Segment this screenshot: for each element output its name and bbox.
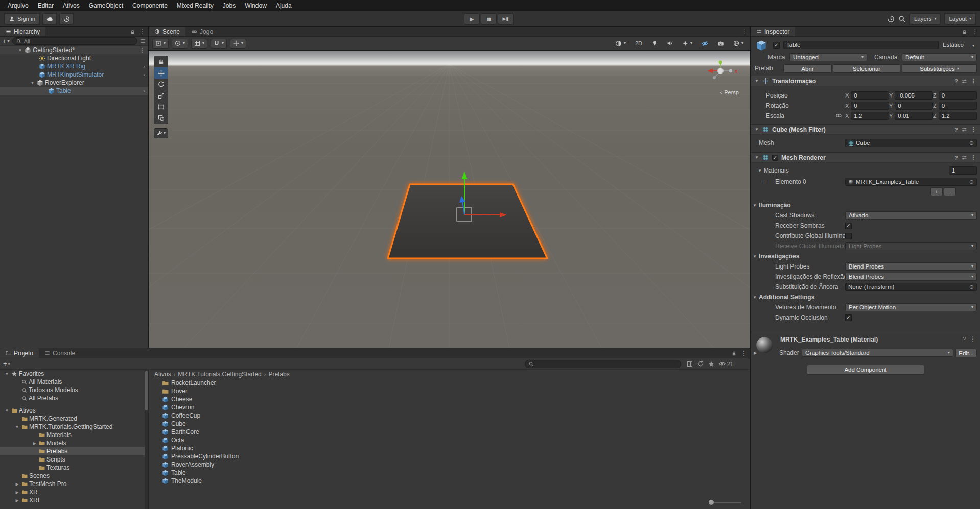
reflection-probes-dropdown[interactable]: Blend Probes ▾ [845, 273, 977, 281]
component-enabled-checkbox[interactable]: ✓ [772, 155, 778, 161]
menu-ajuda[interactable]: Ajuda [271, 0, 296, 11]
lighting-foldout-row[interactable]: ▼ Iluminação [751, 200, 980, 210]
foldout-closed-icon[interactable]: ▶ [14, 498, 20, 503]
hierarchy-row-mrtk-input-simulator[interactable]: MRTKInputSimulator › [0, 70, 148, 79]
kebab-icon[interactable]: ⋮ [970, 336, 976, 342]
rect-tool-button[interactable] [154, 101, 168, 112]
hierarchy-row-rover-explorer[interactable]: ▼ RoverExplorer [0, 79, 148, 87]
object-picker-icon[interactable]: ⊙ [969, 284, 974, 290]
prefab-open-chevron-icon[interactable]: › [143, 88, 145, 94]
sign-in-button[interactable]: Sign in [4, 13, 40, 25]
asset-row-cube[interactable]: Cube [149, 420, 750, 428]
asset-row-pressablecylinderbutton[interactable]: PressableCylinderButton [149, 452, 750, 460]
tree-row-all-prefabs[interactable]: All Prefabs [0, 394, 148, 402]
effects-toggle-button[interactable]: ▾ [679, 39, 695, 49]
prefab-overrides-button[interactable]: Substituições ▾ [902, 64, 977, 73]
help-icon[interactable]: ? [954, 127, 958, 133]
tree-row-xri[interactable]: ▶ XRI [0, 496, 148, 504]
mesh-filter-component-header[interactable]: ▼ Cube (Mesh Filter) ? ⋮ [751, 124, 980, 135]
mesh-object-field[interactable]: Cube ⊙ [845, 139, 977, 147]
kebab-icon[interactable]: ⋮ [741, 29, 748, 35]
hierarchy-add-button[interactable]: + ▾ [3, 37, 10, 45]
lock-icon[interactable] [731, 351, 737, 356]
hierarchy-row-directional-light[interactable]: Directional Light [0, 54, 148, 62]
menu-window[interactable]: Window [240, 0, 271, 11]
undo-history-icon[interactable] [887, 15, 895, 23]
hierarchy-row-mrtk-xr-rig[interactable]: MRTK XR Rig › [0, 62, 148, 70]
shader-dropdown[interactable]: Graphics Tools/Standard ▾ [802, 349, 953, 357]
scale-tool-button[interactable] [154, 90, 168, 101]
gizmos-button[interactable]: ▾ [730, 39, 746, 49]
scale-link-icon[interactable] [835, 112, 842, 119]
prefab-open-chevron-icon[interactable]: › [143, 63, 145, 69]
breadcrumb-leaf[interactable]: Prefabs [268, 371, 289, 378]
tag-dropdown[interactable]: Untagged ▾ [789, 53, 867, 61]
kebab-icon[interactable]: ⋮ [139, 47, 145, 54]
search-icon[interactable] [898, 15, 906, 23]
move-snap-button[interactable]: ▾ [230, 39, 246, 49]
project-add-button[interactable]: + ▾ [3, 360, 10, 368]
scale-x-field[interactable]: 1.2 [851, 112, 889, 120]
scene-visibility-button[interactable] [698, 39, 711, 49]
tab-game[interactable]: Jogo [185, 27, 219, 36]
kebab-icon[interactable]: ⋮ [970, 127, 976, 133]
custom-tools-button[interactable]: ▾ [154, 128, 168, 138]
help-icon[interactable]: ? [963, 336, 966, 342]
tree-row-mrtk-generated[interactable]: MRTK.Generated [0, 415, 148, 423]
tree-row-testmesh-pro[interactable]: ▶ TestMesh Pro [0, 480, 148, 488]
kebab-icon[interactable]: ⋮ [741, 350, 747, 356]
foldout-open-icon[interactable]: ▼ [17, 48, 23, 53]
audio-toggle-button[interactable] [664, 39, 676, 49]
menu-jobs[interactable]: Jobs [218, 0, 240, 11]
presets-icon[interactable] [961, 78, 967, 84]
motion-vectors-dropdown[interactable]: Per Object Motion ▾ [845, 303, 977, 311]
kebab-icon[interactable]: ⋮ [139, 29, 146, 35]
materials-foldout-row[interactable]: ▼ Materiais 1 [751, 165, 980, 176]
tab-project[interactable]: Projeto [0, 348, 39, 358]
tree-row-assets[interactable]: ▼ Ativos [0, 406, 148, 415]
material-object-field[interactable]: MRTK_Examples_Table ⊙ [845, 178, 977, 186]
asset-row-octa[interactable]: Octa [149, 436, 750, 444]
kebab-icon[interactable]: ⋮ [970, 78, 976, 84]
move-tool-button[interactable] [154, 67, 168, 79]
position-z-field[interactable]: 0 [939, 91, 977, 100]
layers-dropdown[interactable]: Layers ▾ [909, 13, 941, 25]
grid-visibility-button[interactable]: ▾ [191, 39, 207, 49]
transform-component-header[interactable]: ▼ Transformação ? ⋮ [751, 76, 980, 86]
mesh-renderer-component-header[interactable]: ▼ ✓ Mesh Renderer ? ⋮ [751, 152, 980, 163]
version-control-button[interactable] [59, 13, 74, 25]
asset-row-chevron[interactable]: Chevron [149, 403, 750, 411]
foldout-open-icon[interactable]: ▼ [4, 408, 10, 413]
remove-material-button[interactable]: − [944, 187, 956, 196]
menu-gameobject[interactable]: GameObject [84, 0, 128, 11]
hierarchy-row-table[interactable]: Table › [0, 87, 148, 95]
2d-toggle-button[interactable]: 2D [632, 39, 645, 49]
asset-row-rover[interactable]: Rover [149, 387, 750, 395]
saved-search-star-icon[interactable] [708, 361, 714, 367]
name-field[interactable]: Table [783, 41, 939, 49]
hierarchy-filter-icon[interactable] [140, 38, 146, 44]
add-material-button[interactable]: + [930, 187, 943, 196]
asset-row-roverassembly[interactable]: RoverAssembly [149, 460, 750, 469]
search-by-label-icon[interactable] [697, 361, 704, 367]
object-picker-icon[interactable]: ⊙ [969, 179, 974, 185]
add-component-button[interactable]: Add Component [807, 365, 924, 375]
asset-row-earthcore[interactable]: EarthCore [149, 428, 750, 436]
foldout-open-icon[interactable]: ▼ [754, 155, 759, 160]
tree-row-all-materials[interactable]: All Materials [0, 378, 148, 386]
thumbnail-size-slider[interactable] [709, 500, 741, 505]
kebab-icon[interactable]: ⋮ [971, 29, 977, 35]
foldout-open-icon[interactable]: ▼ [14, 425, 20, 429]
foldout-open-icon[interactable]: ▼ [754, 127, 759, 132]
tab-hierarchy[interactable]: Hierarchy [0, 27, 45, 36]
asset-row-cheese[interactable]: Cheese [149, 395, 750, 403]
hand-tool-button[interactable] [154, 56, 168, 67]
cloud-button[interactable] [42, 13, 57, 25]
presets-icon[interactable] [961, 127, 967, 133]
dynamic-occlusion-checkbox[interactable]: ✓ [845, 314, 852, 321]
anchor-object-field[interactable]: None (Transform) ⊙ [845, 283, 977, 291]
menu-componente[interactable]: Componente [128, 0, 172, 11]
receive-shadows-checkbox[interactable]: ✓ [845, 223, 852, 229]
lighting-toggle-button[interactable] [648, 39, 661, 49]
light-probes-dropdown[interactable]: Blend Probes ▾ [845, 262, 977, 271]
